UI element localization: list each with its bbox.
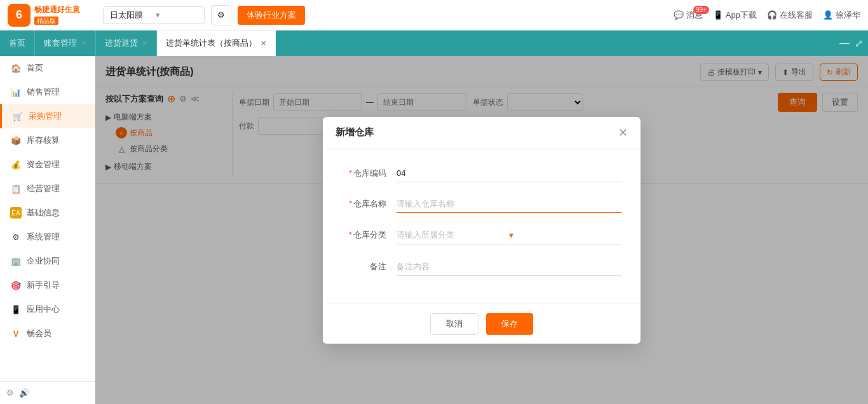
code-input[interactable] bbox=[397, 165, 621, 182]
app-logo-icon: 6 bbox=[8, 4, 31, 27]
name-label: 仓库名称 bbox=[342, 198, 386, 210]
dialog-body: 仓库编码 仓库名称 仓库分类 请输入所属分类 ▾ bbox=[323, 149, 641, 304]
dialog-title: 新增仓库 bbox=[336, 126, 374, 138]
headset-icon: 🎧 bbox=[767, 10, 777, 20]
form-row-remark: 备注 bbox=[342, 258, 621, 276]
category-select[interactable]: 请输入所属分类 ▾ bbox=[397, 226, 621, 245]
name-input[interactable] bbox=[397, 195, 621, 213]
cancel-button[interactable]: 取消 bbox=[430, 313, 478, 335]
main-layout: 🏠 首页 📊 销售管理 🛒 采购管理 📦 库存核算 💰 资金管理 📋 经营管理 … bbox=[0, 56, 868, 404]
sidebar-item-guide[interactable]: 🎯 新手引导 bbox=[0, 273, 95, 297]
member-icon: V bbox=[10, 328, 22, 339]
sidebar-label-basic-info: 基础信息 bbox=[27, 207, 60, 219]
accounts-tab-close[interactable]: ✕ bbox=[81, 39, 86, 48]
store-name: 日太阳膜 bbox=[110, 10, 152, 21]
tab-home[interactable]: 首页 bbox=[0, 30, 35, 56]
form-row-code: 仓库编码 bbox=[342, 165, 621, 182]
store-selector[interactable]: 日太阳膜 ▾ bbox=[103, 6, 205, 24]
remark-input[interactable] bbox=[397, 258, 621, 276]
guide-icon: 🎯 bbox=[10, 279, 22, 291]
sidebar-item-inventory[interactable]: 📦 库存核算 bbox=[0, 128, 95, 152]
sidebar-label-system: 系统管理 bbox=[27, 231, 60, 243]
sidebar: 🏠 首页 📊 销售管理 🛒 采购管理 📦 库存核算 💰 资金管理 📋 经营管理 … bbox=[0, 56, 95, 404]
dialog-header: 新增仓库 ✕ bbox=[323, 117, 641, 149]
app-download-button[interactable]: 📱 App下载 bbox=[713, 10, 757, 21]
app-center-icon: 📱 bbox=[10, 304, 22, 315]
basic-info-icon: EA bbox=[10, 207, 22, 219]
gear-icon: ⚙ bbox=[217, 10, 225, 20]
sidebar-item-sales[interactable]: 📊 销售管理 bbox=[0, 80, 95, 104]
tab-purchase-stats[interactable]: 进货单统计表（按商品） ✕ bbox=[157, 30, 276, 56]
finance-icon: 💰 bbox=[10, 159, 22, 170]
sidebar-label-app-center: 应用中心 bbox=[27, 304, 60, 315]
sidebar-label-operations: 经营管理 bbox=[27, 183, 60, 194]
category-arrow-icon: ▾ bbox=[509, 230, 621, 240]
tab-spacer bbox=[276, 30, 834, 56]
sidebar-label-purchase: 采购管理 bbox=[29, 111, 62, 122]
logo-area: 6 畅捷通好生意 精品版 bbox=[8, 4, 97, 27]
system-icon: ⚙ bbox=[10, 231, 22, 243]
form-row-name: 仓库名称 bbox=[342, 195, 621, 213]
tab-bar: 首页 账套管理 ✕ 进货退货 ✕ 进货单统计表（按商品） ✕ — ⤢ bbox=[0, 30, 868, 56]
sidebar-item-finance[interactable]: 💰 资金管理 bbox=[0, 152, 95, 177]
dialog-overlay: 新增仓库 ✕ 仓库编码 仓库名称 仓库分类 请输入 bbox=[95, 56, 868, 404]
save-button[interactable]: 保存 bbox=[486, 313, 533, 335]
sidebar-label-finance: 资金管理 bbox=[27, 159, 60, 170]
user-profile-button[interactable]: 👤 徐泽华 bbox=[823, 10, 860, 21]
sidebar-label-inventory: 库存核算 bbox=[27, 135, 60, 146]
sidebar-label-sales: 销售管理 bbox=[27, 86, 60, 98]
sidebar-item-enterprise[interactable]: 🏢 企业协同 bbox=[0, 249, 95, 273]
purchase-return-tab-label: 进货退货 bbox=[105, 37, 138, 49]
category-label: 仓库分类 bbox=[342, 229, 386, 241]
home-icon: 🏠 bbox=[10, 62, 22, 74]
top-right-area: 💬 消息 99+ 📱 App下载 🎧 在线客服 👤 徐泽华 bbox=[674, 10, 860, 21]
operations-icon: 📋 bbox=[10, 183, 22, 194]
brand-name: 畅捷通好生意 bbox=[34, 4, 80, 15]
tab-minimize-icon[interactable]: — bbox=[839, 37, 850, 49]
code-label: 仓库编码 bbox=[342, 168, 386, 179]
purchase-icon: 🛒 bbox=[12, 111, 24, 122]
sidebar-collapse-icon[interactable]: ⚙ bbox=[6, 388, 14, 398]
trial-button[interactable]: 体验行业方案 bbox=[238, 6, 305, 25]
remark-label: 备注 bbox=[342, 261, 386, 273]
sidebar-sound-icon[interactable]: 🔊 bbox=[19, 388, 29, 398]
sidebar-label-guide: 新手引导 bbox=[27, 279, 60, 291]
message-icon: 💬 bbox=[674, 10, 684, 20]
user-icon: 👤 bbox=[823, 10, 833, 20]
inventory-icon: 📦 bbox=[10, 135, 22, 146]
accounts-tab-label: 账套管理 bbox=[44, 37, 77, 49]
content-area: 进货单统计(按商品) 🖨 按模板打印 ▾ ⬆ 导出 ↻ 刷新 bbox=[95, 56, 868, 404]
sidebar-item-home[interactable]: 🏠 首页 bbox=[0, 56, 95, 80]
tab-accounts[interactable]: 账套管理 ✕ bbox=[35, 30, 96, 56]
category-placeholder: 请输入所属分类 bbox=[397, 229, 509, 241]
sales-icon: 📊 bbox=[10, 86, 22, 98]
purchase-stats-tab-close[interactable]: ✕ bbox=[261, 39, 266, 48]
purchase-stats-tab-label: 进货单统计表（按商品） bbox=[166, 37, 257, 49]
sidebar-item-system[interactable]: ⚙ 系统管理 bbox=[0, 225, 95, 249]
new-warehouse-dialog: 新增仓库 ✕ 仓库编码 仓库名称 仓库分类 请输入 bbox=[323, 117, 641, 344]
sidebar-item-basic-info[interactable]: EA 基础信息 bbox=[0, 201, 95, 225]
purchase-return-tab-close[interactable]: ✕ bbox=[142, 39, 147, 48]
settings-button[interactable]: ⚙ bbox=[211, 5, 231, 25]
sidebar-label-home: 首页 bbox=[27, 62, 43, 74]
mobile-icon: 📱 bbox=[713, 10, 723, 20]
sidebar-item-member[interactable]: V 畅会员 bbox=[0, 321, 95, 346]
sidebar-label-member: 畅会员 bbox=[27, 328, 51, 339]
chevron-down-icon: ▾ bbox=[156, 10, 198, 20]
online-service-button[interactable]: 🎧 在线客服 bbox=[767, 10, 813, 21]
tab-controls: — ⤢ bbox=[834, 30, 868, 56]
sidebar-item-purchase[interactable]: 🛒 采购管理 bbox=[0, 104, 95, 128]
sidebar-label-enterprise: 企业协同 bbox=[27, 255, 60, 267]
message-badge: 99+ bbox=[693, 6, 709, 14]
sidebar-item-operations[interactable]: 📋 经营管理 bbox=[0, 177, 95, 201]
edition-badge: 精品版 bbox=[34, 17, 58, 25]
tab-purchase-return[interactable]: 进货退货 ✕ bbox=[96, 30, 157, 56]
home-tab-label: 首页 bbox=[9, 37, 25, 49]
dialog-footer: 取消 保存 bbox=[323, 304, 641, 344]
dialog-close-button[interactable]: ✕ bbox=[618, 126, 628, 140]
sidebar-item-app-center[interactable]: 📱 应用中心 bbox=[0, 297, 95, 321]
messages-button[interactable]: 💬 消息 99+ bbox=[674, 10, 703, 21]
sidebar-bottom: ⚙ 🔊 bbox=[0, 381, 95, 404]
tab-maximize-icon[interactable]: ⤢ bbox=[855, 37, 863, 50]
top-bar: 6 畅捷通好生意 精品版 日太阳膜 ▾ ⚙ 体验行业方案 💬 消息 99+ 📱 … bbox=[0, 0, 868, 30]
